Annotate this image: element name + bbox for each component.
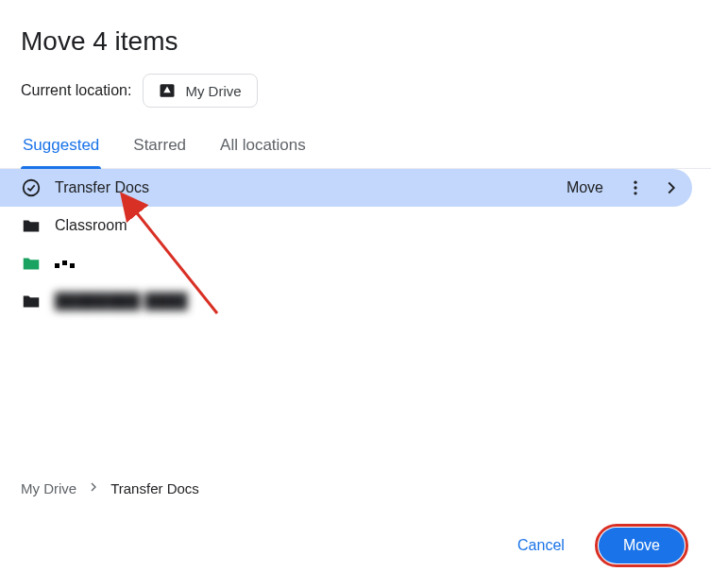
check-circle-icon <box>21 177 42 198</box>
folder-icon <box>21 291 42 311</box>
cancel-button[interactable]: Cancel <box>504 528 578 563</box>
move-button[interactable]: Move <box>599 528 685 563</box>
dialog-title: Move 4 items <box>0 19 711 74</box>
tab-suggested[interactable]: Suggested <box>21 125 101 168</box>
tab-all-locations[interactable]: All locations <box>218 125 308 168</box>
svg-point-1 <box>24 180 40 196</box>
tabs: Suggested Starred All locations <box>0 125 711 169</box>
dialog-footer: Cancel Move <box>0 511 711 588</box>
folder-row-obscured-1[interactable] <box>0 244 711 282</box>
current-location-chip[interactable]: My Drive <box>143 74 257 108</box>
more-options-icon[interactable] <box>624 178 647 197</box>
folder-name-obscured: ████████ ████ <box>55 293 690 310</box>
chevron-right-icon[interactable] <box>660 177 683 198</box>
current-location-name: My Drive <box>185 83 241 99</box>
folder-icon <box>21 215 42 236</box>
current-location-row: Current location: My Drive <box>0 74 711 125</box>
breadcrumb-root[interactable]: My Drive <box>21 480 76 496</box>
move-button-highlight: Move <box>595 524 688 567</box>
chevron-right-icon <box>86 479 101 497</box>
row-move-action[interactable]: Move <box>559 179 611 196</box>
svg-point-3 <box>634 186 636 189</box>
spacer <box>0 320 711 470</box>
breadcrumb-current[interactable]: Transfer Docs <box>110 480 199 496</box>
breadcrumb: My Drive Transfer Docs <box>0 470 711 511</box>
folder-row-classroom[interactable]: Classroom <box>0 207 711 244</box>
tab-starred[interactable]: Starred <box>131 125 188 168</box>
svg-point-2 <box>634 181 636 184</box>
move-dialog: Move 4 items Current location: My Drive … <box>0 0 711 588</box>
folder-name: Classroom <box>55 217 690 234</box>
folder-name-obscured <box>55 255 690 272</box>
folder-list: Transfer Docs Move Classroom <box>0 169 711 320</box>
folder-name: Transfer Docs <box>55 179 546 196</box>
folder-row-transfer-docs[interactable]: Transfer Docs Move <box>0 169 692 207</box>
current-location-label: Current location: <box>21 82 131 99</box>
drive-icon <box>159 82 176 99</box>
folder-icon <box>21 253 42 274</box>
svg-point-4 <box>634 192 636 194</box>
folder-row-obscured-2[interactable]: ████████ ████ <box>0 282 711 320</box>
